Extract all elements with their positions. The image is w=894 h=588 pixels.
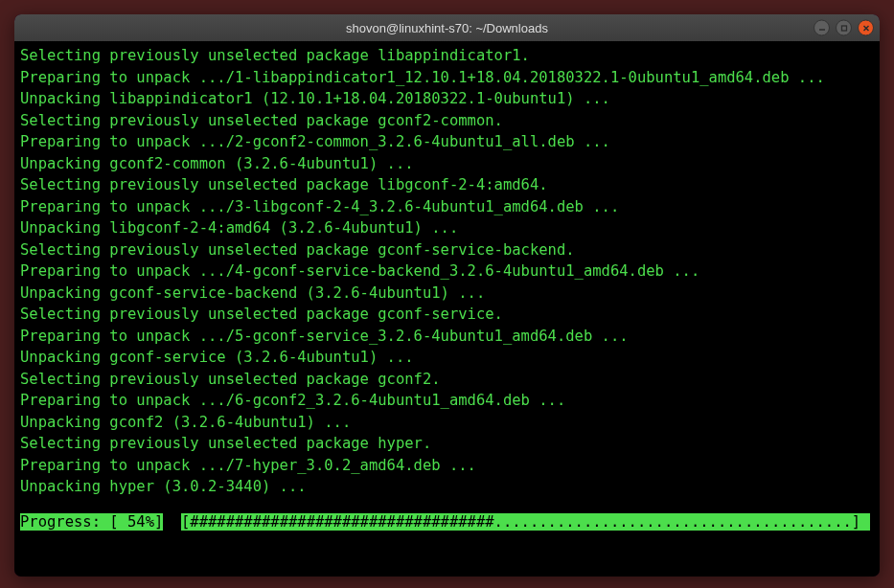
terminal-line: Preparing to unpack .../4-gconf-service-… — [20, 260, 874, 283]
terminal-line: Selecting previously unselected package … — [20, 45, 874, 67]
window-title: shovon@linuxhint-s70: ~/Downloads — [346, 21, 548, 35]
titlebar[interactable]: shovon@linuxhint-s70: ~/Downloads — [14, 14, 880, 41]
terminal-output: Selecting previously unselected package … — [20, 45, 874, 498]
terminal-line: Selecting previously unselected package … — [20, 239, 874, 261]
svg-rect-1 — [841, 26, 846, 31]
terminal-line: Preparing to unpack .../6-gconf2_3.2.6-4… — [20, 390, 874, 412]
maximize-button[interactable] — [836, 20, 852, 36]
terminal-line: Selecting previously unselected package … — [20, 304, 874, 326]
window-controls — [814, 20, 874, 36]
progress-label: Progress: [ 54%] — [20, 513, 163, 531]
terminal-line: Unpacking libgconf-2-4:amd64 (3.2.6-4ubu… — [20, 217, 874, 239]
progress-spacer — [163, 513, 181, 531]
close-button[interactable] — [858, 20, 874, 36]
terminal-line: Unpacking gconf2-common (3.2.6-4ubuntu1)… — [20, 153, 874, 175]
terminal-line: Preparing to unpack .../1-libappindicato… — [20, 67, 874, 89]
terminal-line: Unpacking libappindicator1 (12.10.1+18.0… — [20, 88, 874, 110]
terminal-body[interactable]: Selecting previously unselected package … — [14, 41, 880, 577]
terminal-line: Preparing to unpack .../5-gconf-service_… — [20, 326, 874, 348]
progress-bar: [##################################.....… — [181, 513, 870, 531]
terminal-line: Selecting previously unselected package … — [20, 433, 874, 455]
terminal-window: shovon@linuxhint-s70: ~/Downloads Select… — [14, 14, 880, 577]
terminal-line: Preparing to unpack .../3-libgconf-2-4_3… — [20, 196, 874, 218]
minimize-button[interactable] — [814, 20, 830, 36]
terminal-line: Unpacking gconf2 (3.2.6-4ubuntu1) ... — [20, 412, 874, 434]
terminal-line: Preparing to unpack .../7-hyper_3.0.2_am… — [20, 455, 874, 477]
terminal-line: Preparing to unpack .../2-gconf2-common_… — [20, 131, 874, 153]
terminal-line: Selecting previously unselected package … — [20, 110, 874, 132]
terminal-line: Selecting previously unselected package … — [20, 369, 874, 391]
terminal-line: Unpacking hyper (3.0.2-3440) ... — [20, 476, 874, 498]
terminal-line: Unpacking gconf-service-backend (3.2.6-4… — [20, 283, 874, 305]
terminal-line: Selecting previously unselected package … — [20, 174, 874, 196]
progress-row: Progress: [ 54%] [######################… — [20, 511, 874, 533]
terminal-line: Unpacking gconf-service (3.2.6-4ubuntu1)… — [20, 347, 874, 369]
